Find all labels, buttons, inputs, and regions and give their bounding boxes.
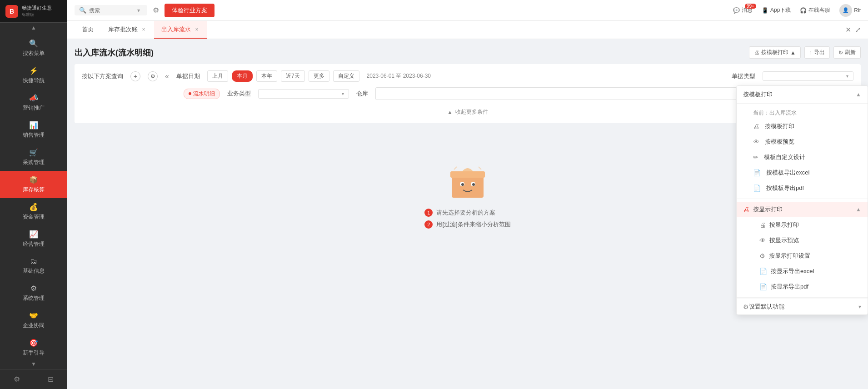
tab-batch-account[interactable]: 库存批次账 ×: [101, 21, 154, 39]
dropdown-display-excel[interactable]: 📄 按显示导出excel: [737, 264, 868, 279]
date-more-btn[interactable]: 更多: [309, 70, 329, 82]
sidebar-settings-icon[interactable]: ⚙: [14, 375, 20, 384]
display-settings-label: 按显示打印设置: [769, 252, 810, 260]
sidebar-collapse-icon[interactable]: ⊟: [48, 375, 54, 384]
svg-line-6: [454, 167, 457, 170]
date-custom-btn[interactable]: 自定义: [333, 70, 359, 82]
sidebar-item-operations[interactable]: 📈 经营管理: [0, 225, 67, 253]
trial-button[interactable]: 体验行业方案: [165, 4, 215, 17]
sidebar-item-sales[interactable]: 📊 销售管理: [0, 116, 67, 144]
messages-badge: 99+: [745, 4, 756, 9]
topbar-right: 💬 消息 99+ 📱 App下载 🎧 在线客服 👤 Rit: [733, 4, 861, 17]
tag-dot: [189, 92, 191, 95]
messages-button[interactable]: 💬 消息 99+: [733, 6, 753, 14]
dropdown-template-preview[interactable]: 👁 按模板预览: [737, 134, 868, 150]
print-template-button[interactable]: 🖨 按模板打印 ▲: [749, 46, 801, 59]
sidebar-scroll-up[interactable]: ▲: [0, 23, 67, 33]
dropdown-template-pdf[interactable]: 📄 按模板导出pdf: [737, 180, 868, 196]
user-profile[interactable]: 👤 Rit: [839, 4, 861, 17]
sidebar-item-system[interactable]: ⚙ 系统管理: [0, 279, 67, 307]
warehouse-select[interactable]: ···: [375, 87, 782, 100]
template-print-label: 按模板打印: [765, 122, 794, 130]
sidebar-item-label: 销售管理: [23, 131, 45, 139]
page-header: 出入库流水(流水明细) 🖨 按模板打印 ▲ ↑ 导出 ↻ 刷新: [75, 46, 861, 59]
sidebar-item-label: 搜索菜单: [23, 50, 45, 57]
date-current-year-btn[interactable]: 本年: [256, 70, 277, 82]
filter-add-button[interactable]: +: [130, 71, 140, 81]
template-custom-icon: ✏: [753, 154, 758, 161]
dropdown-template-custom[interactable]: ✏ 模板自定义设计: [737, 150, 868, 165]
search-input[interactable]: [89, 7, 135, 14]
dropdown-display-print[interactable]: 🖨 按显示打印: [737, 217, 868, 233]
window-maximize-icon[interactable]: ⤢: [855, 25, 861, 34]
tabbar: 首页 库存批次账 × 出入库流水 × ✕ ⤢: [67, 21, 868, 39]
dropdown-template-print[interactable]: 🖨 按模板打印: [737, 119, 868, 134]
empty-illustration: [445, 156, 490, 201]
app-download-button[interactable]: 📱 App下载: [762, 6, 791, 14]
current-flow-label: 当前：出入库流水: [737, 105, 868, 119]
service-button[interactable]: 🎧 在线客服: [800, 6, 830, 14]
window-close-icon[interactable]: ✕: [845, 25, 851, 34]
dropdown-display-preview[interactable]: 👁 按显示预览: [737, 233, 868, 248]
sidebar: B 畅捷通好生意 标准版 ▲ 🔍 搜索菜单 ⚡ 快捷导航 📣 营销推广 📊 销售…: [0, 0, 67, 389]
sidebar-item-enterprise[interactable]: 🤝 企业协同: [0, 307, 67, 334]
sidebar-item-marketing[interactable]: 📣 营销推广: [0, 89, 67, 116]
date-current-month-btn[interactable]: 本月: [232, 70, 253, 82]
svg-point-5: [472, 183, 475, 186]
dropdown-collapse-arrow[interactable]: ▲: [856, 91, 861, 98]
sidebar-item-label: 快捷导航: [23, 77, 45, 85]
doc-type-arrow-icon: ▾: [846, 74, 848, 79]
date-7days-btn[interactable]: 近7天: [281, 70, 305, 82]
tab-flow[interactable]: 出入库流水 ×: [154, 21, 207, 39]
filter-row-1: 按以下方案查询 + ⚙ « 单据日期 上月 本月 本年 近7天 更多 自定义: [82, 70, 853, 82]
export-button[interactable]: ↑ 导出: [804, 46, 830, 59]
date-range-display: 2023-06-01 至 2023-06-30: [367, 72, 431, 80]
dropdown-display-header[interactable]: 🖨 按显示打印 ▲: [737, 202, 868, 217]
app-icon: 📱: [762, 7, 768, 14]
sidebar-item-label: 资金管理: [23, 213, 45, 221]
sidebar-scroll-down[interactable]: ▼: [0, 359, 67, 369]
warehouse-label: 仓库: [356, 90, 368, 98]
refresh-button[interactable]: ↻ 刷新: [833, 46, 861, 59]
search-menu-icon: 🔍: [29, 39, 38, 48]
doc-type-label: 单据类型: [732, 72, 755, 80]
filter-collapse-button[interactable]: «: [165, 72, 169, 80]
tab-batch-close[interactable]: ×: [140, 26, 147, 33]
dropdown-display-settings[interactable]: ⚙ 按显示打印设置: [737, 248, 868, 264]
selected-filter-tag[interactable]: 流水明细: [184, 89, 220, 99]
tab-flow-close[interactable]: ×: [194, 26, 200, 33]
sidebar-item-label: 系统管理: [23, 294, 45, 302]
filter-settings-icon-btn[interactable]: ⚙: [148, 71, 158, 81]
sidebar-item-inventory[interactable]: 📦 库存核算: [0, 171, 67, 198]
sidebar-item-label: 企业协同: [23, 322, 45, 329]
search-dropdown-arrow[interactable]: ▾: [137, 7, 140, 14]
quick-nav-icon: ⚡: [29, 66, 38, 75]
date-prev-month-btn[interactable]: 上月: [207, 70, 228, 82]
sidebar-item-quick-nav[interactable]: ⚡ 快捷导航: [0, 62, 67, 89]
basics-icon: 🗂: [30, 257, 37, 265]
date-filter: 上月 本月 本年 近7天 更多 自定义 2023-06-01 至 2023-06…: [207, 70, 724, 82]
sidebar-item-search-menu[interactable]: 🔍 搜索菜单: [0, 35, 67, 62]
sidebar-item-purchase[interactable]: 🛒 采购管理: [0, 144, 67, 171]
dropdown-display-pdf[interactable]: 📄 按显示导出pdf: [737, 279, 868, 294]
dropdown-footer[interactable]: ⚙ 设置默认功能 ▾: [737, 299, 868, 314]
biz-type-select[interactable]: ▾: [258, 89, 349, 99]
sidebar-item-guide[interactable]: 🎯 新手引导: [0, 334, 67, 359]
refresh-icon: ↻: [838, 50, 843, 56]
sidebar-nav: 🔍 搜索菜单 ⚡ 快捷导航 📣 营销推广 📊 销售管理 🛒 采购管理 📦 库存核…: [0, 33, 67, 359]
message-icon: 💬: [733, 7, 740, 14]
display-settings-icon: ⚙: [759, 252, 765, 259]
sidebar-item-label: 基础信息: [23, 267, 45, 275]
template-pdf-icon: 📄: [753, 185, 761, 192]
sidebar-item-finance[interactable]: 💰 资金管理: [0, 198, 67, 225]
tab-home[interactable]: 首页: [75, 21, 101, 39]
page-top-actions: 🖨 按模板打印 ▲ ↑ 导出 ↻ 刷新: [749, 46, 861, 59]
sidebar-item-basics[interactable]: 🗂 基础信息: [0, 253, 67, 279]
topbar-gear-icon[interactable]: ⚙: [153, 6, 159, 15]
doc-type-select[interactable]: ▾: [763, 71, 853, 81]
template-excel-label: 按模板导出excel: [766, 169, 809, 177]
biz-type-arrow-icon: ▾: [342, 91, 344, 96]
dropdown-divider: [737, 199, 868, 199]
topbar-search-box[interactable]: 🔍 ▾: [75, 5, 147, 15]
dropdown-template-excel[interactable]: 📄 按模板导出excel: [737, 165, 868, 180]
